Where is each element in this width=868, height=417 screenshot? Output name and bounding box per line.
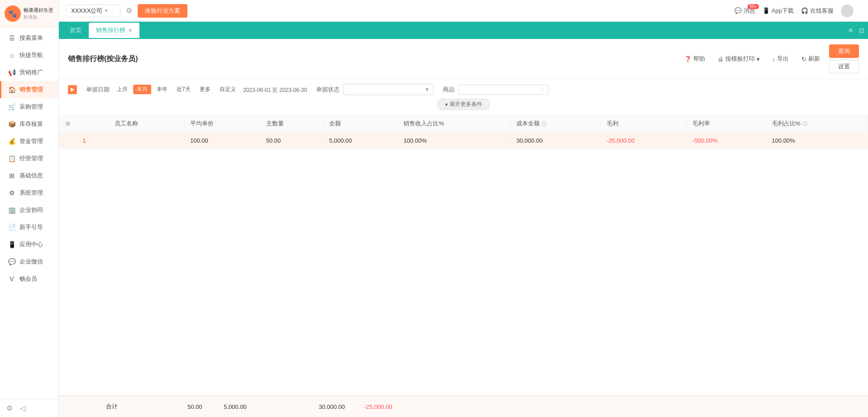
- headset-icon: 🎧: [801, 7, 808, 14]
- goods-select[interactable]: ···: [458, 85, 549, 95]
- col-gross-rate: 毛利率: [687, 115, 766, 133]
- online-service-item[interactable]: 🎧 在线客服: [801, 7, 834, 15]
- col-rank: [77, 115, 109, 133]
- expand-button[interactable]: ▾ 展开更多条件: [437, 99, 490, 110]
- message-item[interactable]: 💬 消息 99+: [734, 7, 755, 15]
- sidebar-item-member[interactable]: V 畅会员: [0, 270, 58, 288]
- company-name: XXXXX公司: [71, 7, 102, 15]
- sidebar-item-guide[interactable]: 📄 新手引导: [0, 219, 58, 236]
- col-amount: 全额: [323, 115, 398, 133]
- filter-collapse-btn[interactable]: ▶: [68, 85, 77, 94]
- table-row: 1100.0050.005,000.00100.00%30,000.00-25,…: [59, 133, 868, 149]
- col-cost: 成本全额 ⓘ: [511, 115, 601, 133]
- operations-icon: 📋: [8, 155, 16, 162]
- sidebar-item-apps[interactable]: 📱 应用中心: [0, 236, 58, 253]
- footer-gross-pct: [440, 405, 476, 408]
- goods-label: 商品: [443, 86, 455, 94]
- enterprise-icon: 🏢: [8, 206, 16, 214]
- app-download-label: App下载: [772, 7, 794, 15]
- filter-row: ▶ 单据日期 上月 本月 本年 近7天 更多 自定义 2023-06-01 至 …: [68, 84, 859, 95]
- date-filter: 单据日期 上月 本月 本年 近7天 更多 自定义 2023-06-01 至 20…: [86, 85, 307, 94]
- date-tab-custom[interactable]: 自定义: [216, 85, 240, 94]
- col-settings-icon[interactable]: ⚙: [65, 120, 71, 127]
- goods-filter: 商品 ···: [443, 85, 549, 95]
- sidebar-item-finance[interactable]: 💰 资金管理: [0, 133, 58, 150]
- shortcut-icon: ⌂: [8, 52, 16, 59]
- date-tab-last-month[interactable]: 上月: [113, 85, 131, 94]
- window-close-icon[interactable]: ✕: [848, 27, 854, 34]
- goods-more-icon: ···: [540, 87, 544, 92]
- print-chevron-icon: ▾: [757, 56, 760, 62]
- sidebar-logo: 🐾 畅康通好生意 标准版: [0, 0, 58, 28]
- logo-subtitle: 标准版: [24, 14, 53, 20]
- sidebar-item-purchase[interactable]: 🛒 采购管理: [0, 98, 58, 115]
- sidebar-item-shortcut[interactable]: ⌂ 快捷导航: [0, 47, 58, 64]
- date-tabs: 上月 本月 本年 近7天 更多 自定义: [113, 85, 240, 94]
- sidebar-item-system[interactable]: ⚙ 系统管理: [0, 184, 58, 201]
- export-label: 导出: [777, 55, 789, 63]
- data-table: ⚙ 员工名称 平均单价 主数量 全额 销售收入占比% 成本全额 ⓘ: [59, 115, 868, 149]
- sidebar-item-enterprise[interactable]: 🏢 企业协同: [0, 201, 58, 219]
- export-button[interactable]: ↓ 导出: [769, 53, 793, 65]
- refresh-button[interactable]: ↻ 刷新: [798, 53, 824, 65]
- sidebar-item-wechat[interactable]: 💬 企业微信: [0, 253, 58, 270]
- query-button[interactable]: 查询: [829, 44, 859, 58]
- date-tab-this-year[interactable]: 本年: [153, 85, 171, 94]
- sidebar-item-search[interactable]: ☰ 搜索菜单: [0, 29, 58, 47]
- sidebar-item-label-guide: 新手引导: [19, 223, 43, 231]
- content-area: 销售排行榜(按业务员) ❓ 帮助 🖨 按模板打印 ▾ ↓ 导出 ↻ 刷新: [59, 39, 868, 417]
- page-actions: ❓ 帮助 🖨 按模板打印 ▾ ↓ 导出 ↻ 刷新 查询: [681, 44, 859, 73]
- tab-home[interactable]: 首页: [62, 23, 89, 38]
- sidebar-item-basics[interactable]: ⊞ 基础信息: [0, 167, 58, 184]
- tab-home-label: 首页: [70, 26, 82, 34]
- table-area: ⚙ 员工名称 平均单价 主数量 全额 销售收入占比% 成本全额 ⓘ: [59, 115, 868, 417]
- footer-qty: 50.00: [182, 402, 218, 412]
- date-tab-7days[interactable]: 近7天: [173, 85, 194, 94]
- date-tab-more[interactable]: 更多: [196, 85, 214, 94]
- sidebar-item-label-purchase: 采购管理: [19, 103, 43, 111]
- tab-bar: 首页 销售排行榜 ✕ ✕ ⊡: [59, 22, 868, 39]
- tab-sales-rank-label: 销售排行榜: [96, 26, 125, 34]
- date-tab-this-month[interactable]: 本月: [133, 85, 151, 94]
- main-area: XXXXX公司 ▾ ⚙ 体验行业方案 💬 消息 99+ 📱 App下载 🎧 在线…: [59, 0, 868, 417]
- export-icon: ↓: [772, 56, 776, 62]
- window-restore-icon[interactable]: ⊡: [859, 27, 864, 34]
- settings-button[interactable]: 设置: [829, 60, 859, 73]
- inventory-icon: 📦: [8, 120, 16, 128]
- print-label: 按模板打印: [725, 55, 755, 63]
- basics-icon: ⊞: [8, 172, 16, 179]
- sidebar-item-sales[interactable]: 🏠 销售管理: [0, 81, 58, 98]
- sidebar-item-operations[interactable]: 📋 经营管理: [0, 150, 58, 167]
- status-label: 单据状态: [316, 86, 340, 94]
- finance-icon: 💰: [8, 138, 16, 145]
- sidebar-item-marketing[interactable]: 📢 营销推广: [0, 64, 58, 81]
- refresh-label: 刷新: [808, 55, 820, 63]
- footer-cost: 30,000.00: [313, 402, 359, 412]
- col-gross: 毛利: [601, 115, 687, 133]
- sidebar-item-inventory[interactable]: 📦 库存核算: [0, 115, 58, 133]
- help-button[interactable]: ❓ 帮助: [681, 53, 709, 65]
- sidebar-item-label-marketing: 营销推广: [19, 68, 43, 77]
- sidebar-item-label-shortcut: 快捷导航: [19, 51, 43, 59]
- company-select[interactable]: XXXXX公司 ▾: [66, 5, 120, 17]
- col-settings: ⚙: [59, 115, 77, 133]
- tab-sales-rank[interactable]: 销售排行榜 ✕: [89, 23, 139, 38]
- message-icon: 💬: [734, 7, 742, 14]
- app-download-item[interactable]: 📱 App下载: [762, 7, 794, 15]
- footer-gross: -25,000.00: [359, 402, 404, 412]
- collapse-icon[interactable]: ◁: [20, 404, 25, 412]
- avatar[interactable]: [841, 5, 854, 17]
- status-chevron-icon: ▾: [426, 86, 429, 93]
- trial-button[interactable]: 体验行业方案: [138, 4, 187, 18]
- apps-icon: 📱: [8, 241, 16, 248]
- date-label: 单据日期: [86, 86, 110, 94]
- footer-sales-pct: [264, 405, 313, 408]
- status-select[interactable]: ▾: [343, 84, 434, 95]
- table-footer: 合计 50.00 5,000.00 30,000.00 -25,000.00: [59, 396, 868, 417]
- tab-close-icon[interactable]: ✕: [128, 28, 132, 34]
- topbar-settings-icon[interactable]: ⚙: [126, 6, 132, 15]
- refresh-icon: ↻: [801, 56, 806, 62]
- print-button[interactable]: 🖨 按模板打印 ▾: [714, 53, 763, 65]
- table-header-row: ⚙ 员工名称 平均单价 主数量 全额 销售收入占比% 成本全额 ⓘ: [59, 115, 868, 133]
- settings-icon[interactable]: ⚙: [6, 404, 13, 412]
